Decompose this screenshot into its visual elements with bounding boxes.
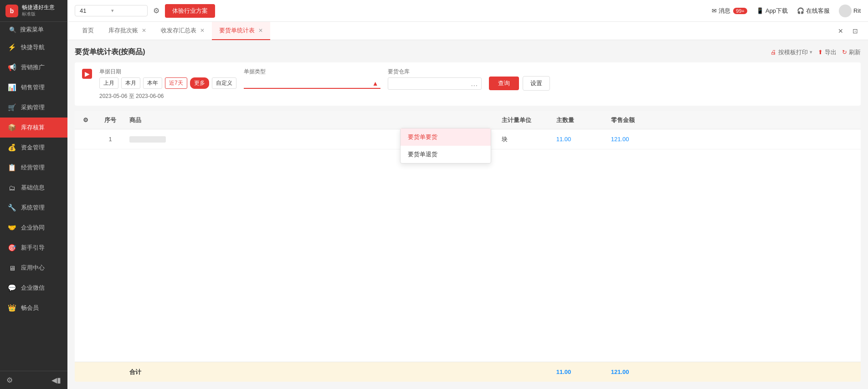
- nav-icon-wechat: 💬: [7, 283, 16, 292]
- chevron-up-icon[interactable]: ▲: [372, 80, 379, 87]
- col-qty-label: 主数量: [556, 116, 574, 124]
- sidebar-item-guide[interactable]: 🎯 新手引导: [0, 238, 67, 258]
- col-num-header: 序号: [97, 116, 124, 124]
- print-template-btn[interactable]: 🖨 按模板打印 ▾: [770, 48, 812, 56]
- td-num: 1: [97, 136, 124, 143]
- sidebar-item-basic[interactable]: 🗂 基础信息: [0, 178, 67, 198]
- query-btn[interactable]: 查询: [489, 77, 519, 90]
- sidebar-bottom: ⚙ ◀▮: [0, 371, 67, 389]
- row-amount: 121.00: [611, 136, 629, 143]
- sidebar-item-wechat[interactable]: 💬 企业微信: [0, 278, 67, 298]
- filter-expand-btn[interactable]: ▶: [82, 69, 92, 79]
- brand-sub: 标准版: [22, 11, 55, 17]
- user-avatar-btn[interactable]: Rit: [839, 5, 861, 17]
- sidebar-item-member[interactable]: 👑 畅会员: [0, 298, 67, 318]
- td-qty: 11.00: [551, 136, 606, 143]
- settings-col-icon[interactable]: ⚙: [83, 117, 88, 123]
- order-type-dropdown: 要货单要货 要货单退货: [400, 128, 491, 164]
- col-amount-label: 零售金额: [611, 116, 635, 124]
- close-icon[interactable]: ✕: [258, 27, 263, 34]
- tab-recv-send-label: 收发存汇总表: [161, 26, 196, 35]
- export-label: 导出: [825, 48, 837, 56]
- logo-icon: b: [5, 5, 18, 17]
- sidebar-search-item[interactable]: 🔍 搜索菜单: [0, 22, 67, 37]
- refresh-label: 刷新: [849, 48, 861, 56]
- search-icon: 🔍: [9, 26, 16, 33]
- sidebar-item-purchase[interactable]: 🛒 采购管理: [0, 97, 67, 118]
- messages-btn[interactable]: ✉ 消息 99+: [712, 7, 747, 15]
- nav-label-member: 畅会员: [21, 304, 39, 312]
- nav-icon-finance: 💰: [7, 143, 16, 152]
- online-service-btn[interactable]: 🎧 在线客服: [797, 7, 830, 15]
- tab-order-summary[interactable]: 要货单统计表 ✕: [212, 22, 270, 40]
- current-year-btn[interactable]: 本年: [143, 77, 162, 89]
- nav-icon-sales: 📊: [7, 83, 16, 92]
- more-options-icon[interactable]: …: [471, 80, 478, 88]
- col-num-label: 序号: [104, 116, 116, 124]
- tab-home-label: 首页: [82, 26, 94, 35]
- sidebar-item-finance[interactable]: 💰 资金管理: [0, 138, 67, 158]
- tab-inventory-batch[interactable]: 库存批次账 ✕: [101, 22, 154, 40]
- company-selector[interactable]: 41 ▾: [75, 5, 148, 16]
- col-unit-header: 主计量单位: [496, 116, 551, 124]
- chevron-down-icon[interactable]: ▾: [810, 49, 812, 55]
- sidebar-item-sales[interactable]: 📊 销售管理: [0, 77, 67, 97]
- filter-actions: 查询 设置: [489, 76, 550, 91]
- maximize-btn[interactable]: ⊡: [850, 26, 861, 36]
- sidebar-item-enterprise[interactable]: 🤝 企业协同: [0, 218, 67, 238]
- tab-recv-send[interactable]: 收发存汇总表 ✕: [154, 22, 212, 40]
- week-btn[interactable]: 近7天: [165, 77, 187, 89]
- tab-order-summary-label: 要货单统计表: [219, 26, 255, 35]
- sidebar-item-quick-nav[interactable]: ⚡ 快捷导航: [0, 37, 67, 57]
- nav-label-system: 系统管理: [21, 204, 45, 212]
- topbar-left: 41 ▾ ⚙ 体验行业方案: [75, 4, 712, 18]
- table-body: 1 块 11.00 121.00: [75, 129, 861, 362]
- print-icon: 🖨: [770, 49, 776, 56]
- date-filter-group: 单据日期 上月 本月 本年 近7天 更多 自定义 2023-05-06 至 20…: [99, 68, 236, 100]
- sidebar-item-app-center[interactable]: 🖥 应用中心: [0, 258, 67, 278]
- sidebar-item-inventory[interactable]: 📦 库存核算: [0, 118, 67, 138]
- trial-btn[interactable]: 体验行业方案: [165, 4, 215, 18]
- close-all-btn[interactable]: ✕: [835, 26, 846, 36]
- sidebar-item-system[interactable]: 🔧 系统管理: [0, 198, 67, 218]
- page-content: 要货单统计表(按商品) 🖨 按模板打印 ▾ ⬆ 导出 ↻ 刷新 ▶: [67, 40, 868, 389]
- app-download-btn[interactable]: 📱 App下载: [756, 7, 788, 15]
- dropdown-item-goods[interactable]: 要货单要货: [401, 128, 491, 146]
- nav-icon-operations: 📋: [7, 163, 16, 172]
- sidebar: b 畅捷通好生意 标准版 🔍 搜索菜单 ⚡ 快捷导航 📢 营销推广 📊 销售管理…: [0, 0, 67, 389]
- total-label: 合计: [129, 369, 141, 375]
- nav-label-enterprise: 企业协同: [21, 224, 45, 232]
- col-product-header: 商品: [124, 116, 496, 124]
- current-month-btn[interactable]: 本月: [121, 77, 140, 89]
- warehouse-input[interactable]: [388, 77, 482, 90]
- settings-icon[interactable]: ⚙: [6, 376, 13, 384]
- custom-btn[interactable]: 自定义: [212, 77, 236, 89]
- product-placeholder: [129, 136, 166, 143]
- brand-name: 畅捷通好生意: [22, 4, 55, 11]
- topbar-gear-icon[interactable]: ⚙: [153, 6, 159, 15]
- settings-btn[interactable]: 设置: [523, 76, 550, 91]
- collapse-icon[interactable]: ◀▮: [51, 376, 61, 384]
- refresh-btn[interactable]: ↻ 刷新: [842, 48, 861, 56]
- nav-label-operations: 经营管理: [21, 164, 45, 172]
- tfoot-amount: 121.00: [611, 369, 675, 375]
- nav-icon-inventory: 📦: [7, 123, 16, 132]
- more-date-btn[interactable]: 更多: [190, 77, 209, 89]
- order-type-input[interactable]: [244, 77, 380, 89]
- nav-label-sales: 销售管理: [21, 83, 45, 92]
- sidebar-item-operations[interactable]: 📋 经营管理: [0, 158, 67, 178]
- close-icon[interactable]: ✕: [142, 27, 146, 34]
- date-filter-label: 单据日期: [99, 68, 236, 76]
- sidebar-item-marketing[interactable]: 📢 营销推广: [0, 57, 67, 77]
- tab-home[interactable]: 首页: [75, 22, 101, 40]
- close-icon[interactable]: ✕: [200, 27, 205, 34]
- messages-badge: 99+: [733, 8, 747, 14]
- export-btn[interactable]: ⬆ 导出: [818, 48, 837, 56]
- table-header: ⚙ 序号 商品 主计量单位 主数量 零售金额: [75, 111, 861, 129]
- table-footer: 合计 11.00 121.00: [75, 362, 861, 382]
- dropdown-item-return[interactable]: 要货单退货: [401, 146, 491, 163]
- print-template-label: 按模板打印: [778, 48, 808, 56]
- td-amount: 121.00: [606, 136, 669, 143]
- prev-month-btn[interactable]: 上月: [99, 77, 118, 89]
- nav-icon-system: 🔧: [7, 203, 16, 212]
